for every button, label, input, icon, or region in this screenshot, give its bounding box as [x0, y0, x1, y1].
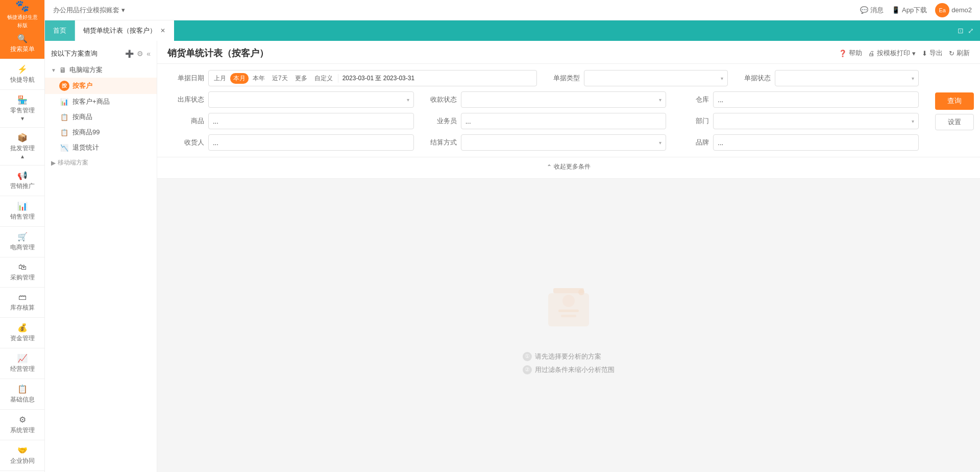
date-label: 单据日期 [167, 74, 208, 83]
order-type-col: 单据类型 ▾ [543, 70, 728, 86]
export-icon: ⬇ [922, 50, 927, 57]
settlement-select[interactable]: ▾ [461, 134, 667, 151]
operations-icon: 📈 [17, 353, 28, 363]
sidebar-item-marketing[interactable]: 📢 营销推广 [0, 166, 44, 196]
salesperson-select[interactable]: ... [461, 113, 667, 129]
sidebar-marketing-label: 营销推广 [10, 182, 35, 191]
app-logo[interactable]: 🐾 畅捷通好生意 标版 [0, 0, 45, 29]
tab-close-btn[interactable]: ✕ [160, 27, 165, 34]
payment-status-arrow: ▾ [659, 97, 662, 103]
date-custom-btn[interactable]: 自定义 [311, 73, 336, 84]
sidebar-item-operations[interactable]: 📈 经营管理 [0, 348, 44, 379]
tip-num-1: ① [523, 352, 532, 361]
sidebar-item-quicknav[interactable]: ⚡ 快捷导航 [0, 59, 44, 90]
sidebar-item-finance[interactable]: 💰 资金管理 [0, 318, 44, 348]
exit-status-select[interactable]: ▾ [208, 91, 414, 108]
order-status-select[interactable]: ▾ [775, 70, 919, 86]
scheme-query-title: 按以下方案查询 [51, 49, 97, 58]
department-select[interactable]: ▾ [713, 113, 919, 129]
date-more-btn[interactable]: 更多 [292, 73, 310, 84]
returns-icon: 📉 [59, 144, 69, 152]
header-right: 💬 消息 📱 App下载 Ea demo2 [860, 3, 972, 17]
export-btn[interactable]: ⬇ 导出 [922, 49, 943, 58]
sidebar-finance-label: 资金管理 [10, 334, 35, 343]
sidebar-purchase-label: 采购管理 [10, 273, 35, 282]
app-download-btn[interactable]: 📱 App下载 [892, 6, 927, 15]
scheme-by-goods[interactable]: 📋 按商品 [45, 109, 157, 125]
svg-point-5 [578, 289, 584, 295]
message-btn[interactable]: 💬 消息 [860, 6, 884, 15]
collapse-more-btn[interactable]: ⌃ 收起更多条件 [544, 159, 594, 174]
marketing-icon: 📢 [17, 171, 28, 180]
search-icon: 🔍 [17, 34, 28, 43]
sales-icon: 📊 [17, 201, 28, 211]
sidebar-search-label: 搜索菜单 [10, 45, 35, 54]
scheme-by-customer[interactable]: 按 按客户 [45, 78, 157, 94]
print-label: 按模板打印 [877, 49, 910, 58]
tree-desktop-schemes[interactable]: ▼ 🖥 电脑端方案 [45, 62, 157, 78]
warehouse-label: 仓库 [672, 95, 713, 104]
date-range-display: 2023-03-01 至 2023-03-31 [338, 74, 419, 83]
user-profile-btn[interactable]: Ea demo2 [935, 3, 972, 17]
sidebar-item-ecommerce[interactable]: 🛒 电商管理 [0, 227, 44, 257]
page-header-actions: ❓ 帮助 🖨 按模板打印 ▾ ⬇ 导出 ↻ 刷新 [839, 49, 970, 58]
industry-selector[interactable]: 办公用品行业模拟账套 ▾ [53, 6, 125, 15]
warehouse-select[interactable]: ... [713, 91, 919, 108]
quicknav-icon: ⚡ [17, 64, 28, 74]
sidebar-item-retail[interactable]: 🏪 零售管理 ▾ [0, 90, 44, 128]
payment-status-select[interactable]: ▾ [461, 91, 667, 108]
exit-status-arrow: ▾ [407, 97, 409, 103]
sidebar-item-purchase[interactable]: 🛍 采购管理 [0, 257, 44, 288]
right-main: 销货单统计表（按客户） ❓ 帮助 🖨 按模板打印 ▾ ⬇ 导出 [157, 41, 980, 472]
scheme-goods99-label: 按商品99 [72, 128, 100, 137]
date-last-month-btn[interactable]: 上月 [211, 73, 229, 84]
department-col: 部门 ▾ [672, 113, 919, 129]
brand-label: 品牌 [672, 138, 713, 147]
scheme-customer-goods-label: 按客户+商品 [72, 97, 110, 106]
desktop-arrow-icon: ▼ [51, 67, 56, 73]
desktop-icon: 🖥 [59, 66, 66, 74]
goods-icon: 📋 [59, 113, 69, 121]
sidebar-item-enterprise[interactable]: 🤝 企业协同 [0, 440, 44, 471]
window-minimize-btn[interactable]: ⊡ [958, 27, 964, 35]
edit-scheme-btn[interactable]: ⚙ [137, 50, 143, 58]
enterprise-icon: 🤝 [17, 445, 28, 455]
mobile-schemes-label: 移动端方案 [58, 158, 88, 167]
desktop-schemes-label: 电脑端方案 [69, 65, 103, 75]
scheme-returns[interactable]: 📉 退货统计 [45, 140, 157, 155]
mobile-arrow-icon: ▶ [51, 159, 56, 167]
reset-button[interactable]: 设置 [935, 114, 974, 130]
sidebar-item-basic[interactable]: 📋 基础信息 [0, 379, 44, 410]
query-button[interactable]: 查询 [935, 92, 974, 110]
system-icon: ⚙ [19, 415, 26, 424]
brand-select[interactable]: ... [713, 134, 919, 151]
date-this-year-btn[interactable]: 本年 [250, 73, 268, 84]
sidebar-item-search[interactable]: 🔍 搜索菜单 [0, 29, 44, 59]
customer-scheme-icon: 按 [59, 81, 69, 91]
receiver-select[interactable]: ... [208, 134, 414, 151]
sidebar-retail-label: 零售管理 [10, 106, 35, 115]
help-btn[interactable]: ❓ 帮助 [839, 49, 862, 58]
scheme-by-customer-goods[interactable]: 📊 按客户+商品 [45, 94, 157, 109]
sidebar-item-inventory[interactable]: 🗃 库存核算 [0, 288, 44, 318]
refresh-btn[interactable]: ↻ 刷新 [949, 49, 970, 58]
tab-home[interactable]: 首页 [45, 20, 75, 41]
add-scheme-btn[interactable]: ➕ [125, 50, 134, 58]
print-btn[interactable]: 🖨 按模板打印 ▾ [868, 49, 916, 58]
tab-home-label: 首页 [53, 26, 66, 35]
goods-select[interactable]: ... [208, 113, 414, 129]
tab-sales-stats[interactable]: 销货单统计表（按客户） ✕ [75, 20, 174, 41]
window-maximize-btn[interactable]: ⤢ [968, 27, 974, 35]
collapse-panel-btn[interactable]: « [146, 50, 151, 58]
wholesale-arrow: ▴ [21, 153, 24, 160]
refresh-icon: ↻ [949, 50, 954, 57]
tree-mobile-schemes[interactable]: ▶ 移动端方案 [45, 155, 157, 170]
date-this-month-btn[interactable]: 本月 [230, 73, 249, 84]
sidebar-item-sales[interactable]: 📊 销售管理 [0, 196, 44, 227]
sidebar-item-system[interactable]: ⚙ 系统管理 [0, 410, 44, 440]
purchase-icon: 🛍 [18, 263, 27, 272]
order-type-select[interactable]: ▾ [584, 70, 728, 86]
scheme-by-goods99[interactable]: 📋 按商品99 [45, 125, 157, 140]
sidebar-item-wholesale[interactable]: 📦 批发管理 ▴ [0, 128, 44, 166]
date-7days-btn[interactable]: 近7天 [269, 73, 291, 84]
